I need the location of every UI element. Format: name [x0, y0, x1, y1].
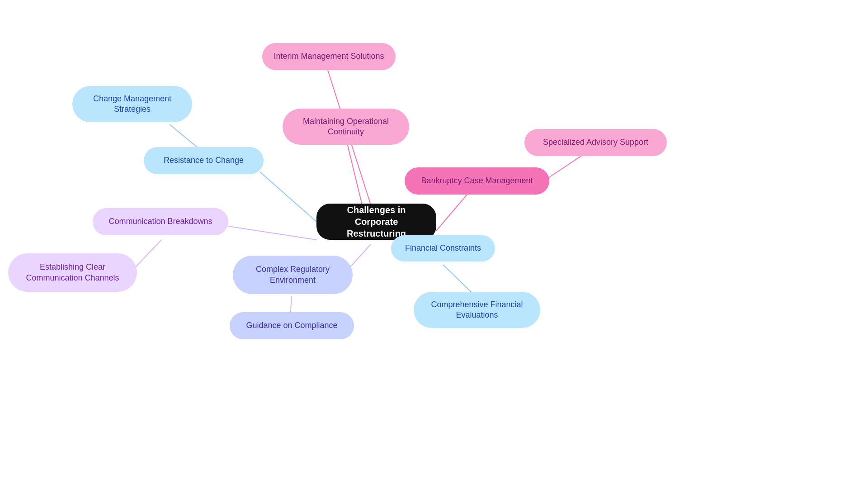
guidance-compliance-node: Guidance on Compliance [230, 312, 354, 339]
svg-line-9 [136, 240, 161, 267]
maintaining-operational-node: Maintaining Operational Continuity [283, 109, 409, 145]
svg-line-8 [228, 226, 316, 240]
establishing-clear-node: Establishing Clear Communication Channel… [8, 253, 137, 292]
interim-management-node: Interim Management Solutions [262, 43, 396, 70]
communication-breakdowns-node: Communication Breakdowns [93, 208, 228, 235]
complex-regulatory-node: Complex Regulatory Environment [233, 256, 353, 294]
svg-line-10 [260, 172, 316, 222]
svg-line-6 [348, 244, 371, 269]
bankruptcy-case-node: Bankruptcy Case Management [405, 167, 549, 195]
comprehensive-financial-node: Comprehensive Financial Evaluations [414, 292, 540, 328]
financial-constraints-node: Financial Constraints [391, 235, 495, 262]
resistance-to-change-node: Resistance to Change [144, 147, 264, 174]
svg-line-0 [328, 70, 376, 222]
center-node: Challenges in Corporate Restructuring [316, 204, 436, 240]
change-management-node: Change Management Strategies [72, 86, 192, 122]
specialized-advisory-node: Specialized Advisory Support [524, 129, 667, 156]
